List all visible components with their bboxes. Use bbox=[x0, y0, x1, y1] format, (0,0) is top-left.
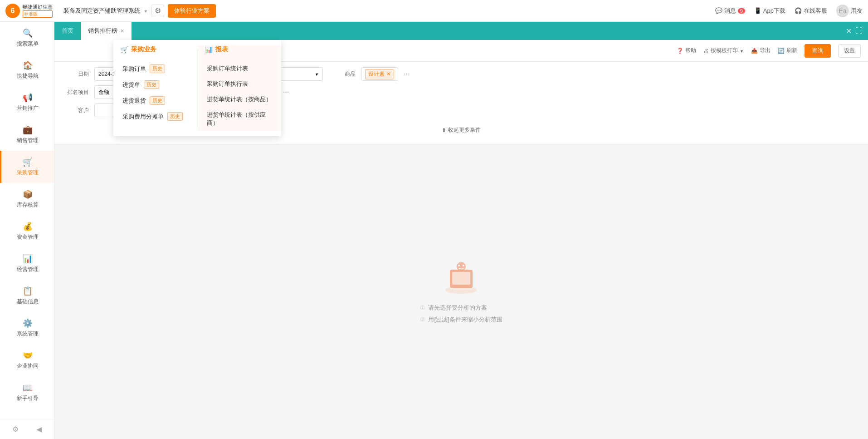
history-badge-0: 历史 bbox=[150, 64, 165, 73]
empty-illustration bbox=[439, 258, 484, 295]
empty-hint-1: ① 请先选择要分析的方案 bbox=[420, 302, 502, 314]
industry-button[interactable]: 体验行业方案 bbox=[168, 4, 216, 18]
online-service-button[interactable]: 🎧 在线客服 bbox=[795, 7, 827, 15]
tab-sales-rank[interactable]: 销售排行榜 ✕ bbox=[81, 22, 132, 40]
svg-point-5 bbox=[463, 265, 464, 266]
avatar: Ea bbox=[836, 5, 849, 17]
help-icon: ❓ bbox=[677, 48, 683, 54]
finance-icon: 💰 bbox=[23, 222, 33, 232]
purchase-section-icon: 🛒 bbox=[121, 46, 128, 53]
logo-text: 畅捷通好生意 bbox=[23, 4, 53, 10]
menu-item-report-order-exec[interactable]: 采购订单执行表 bbox=[205, 76, 274, 92]
logo-area: 6 畅捷通好生意 标准版 bbox=[5, 4, 60, 18]
content-area: 首页 销售排行榜 ✕ ✕ ⛶ ❓ 帮助 🖨 按模板打印 📤 bbox=[54, 22, 868, 439]
sidebar-item-marketing[interactable]: 📢 营销推广 bbox=[0, 86, 54, 118]
header-right: 💬 消息 9 📱 App下载 🎧 在线客服 Ea 用友 bbox=[715, 5, 863, 17]
sidebar-item-system[interactable]: ⚙️ 系统管理 bbox=[0, 312, 54, 344]
empty-hint-2: ② 用[过滤]条件来缩小分析范围 bbox=[420, 314, 502, 326]
export-icon: 📤 bbox=[751, 48, 758, 54]
menu-item-report-stock-supplier[interactable]: 进货单统计表（按供应商） bbox=[205, 107, 274, 131]
query-button[interactable]: 查询 bbox=[805, 44, 831, 58]
svg-point-3 bbox=[457, 262, 466, 271]
basic-icon: 📋 bbox=[23, 286, 33, 296]
guide-icon: 📖 bbox=[23, 383, 33, 393]
app-logo-icon: 6 bbox=[5, 4, 20, 18]
sidebar-item-nav[interactable]: 🏠 快捷导航 bbox=[0, 54, 54, 86]
collab-icon: 🤝 bbox=[23, 350, 33, 360]
sidebar-item-guide[interactable]: 📖 新手引导 bbox=[0, 376, 54, 409]
menu-item-report-stock-goods[interactable]: 进货单统计表（按商品） bbox=[205, 92, 274, 107]
message-button[interactable]: 💬 消息 9 bbox=[715, 7, 745, 15]
sidebar-item-operation[interactable]: 📊 经营管理 bbox=[0, 247, 54, 280]
sales-icon: 💼 bbox=[23, 125, 33, 135]
history-badge-1: 历史 bbox=[144, 80, 159, 89]
sidebar-item-basic[interactable]: 📋 基础信息 bbox=[0, 280, 54, 312]
print-dropdown-icon[interactable] bbox=[740, 48, 744, 54]
goods-label: 商品 bbox=[328, 70, 356, 78]
gear-button[interactable]: ⚙ bbox=[151, 5, 164, 17]
cart-icon: 🛒 bbox=[23, 157, 33, 167]
status-dropdown-icon bbox=[315, 71, 319, 77]
menu-item-report-order-stat[interactable]: 采购订单统计表 bbox=[205, 61, 274, 76]
empty-state: ① 请先选择要分析的方案 ② 用[过滤]条件来缩小分析范围 bbox=[54, 144, 868, 439]
menu-item-purchase-order[interactable]: 采购订单 历史 bbox=[121, 61, 190, 77]
message-icon: 💬 bbox=[715, 7, 722, 14]
system-title-area: 装备及固定资产辅助管理系统 ⚙ 体验行业方案 bbox=[63, 4, 715, 18]
sidebar-collapse-icon[interactable]: ◀ bbox=[36, 425, 42, 434]
sidebar-item-sales[interactable]: 💼 销售管理 bbox=[0, 118, 54, 151]
refresh-icon: 🔄 bbox=[778, 48, 785, 54]
tab-close-icon[interactable]: ✕ bbox=[120, 28, 124, 34]
purchase-section: 🛒 采购业务 采购订单 历史 进货单 历史 进货退货 历史 采购费用分摊单 bbox=[113, 45, 197, 131]
phone-icon: 📱 bbox=[754, 7, 761, 14]
export-button[interactable]: 📤 导出 bbox=[751, 47, 770, 54]
main-layout: 🔍 搜索菜单 🏠 快捷导航 📢 营销推广 💼 销售管理 🛒 采购管理 📦 库存核… bbox=[0, 22, 868, 439]
purchase-dropdown-menu: 🛒 采购业务 采购订单 历史 进货单 历史 进货退货 历史 采购费用分摊单 bbox=[113, 40, 281, 136]
svg-point-4 bbox=[458, 265, 460, 266]
user-button[interactable]: Ea 用友 bbox=[836, 5, 863, 17]
customer-label: 客户 bbox=[62, 107, 89, 114]
settings-button[interactable]: 设置 bbox=[838, 44, 861, 58]
top-header: 6 畅捷通好生意 标准版 装备及固定资产辅助管理系统 ⚙ 体验行业方案 💬 消息… bbox=[0, 0, 868, 22]
message-badge: 9 bbox=[738, 8, 745, 14]
home-icon: 🏠 bbox=[23, 60, 33, 70]
inventory-icon: 📦 bbox=[23, 189, 33, 199]
history-badge-3: 历史 bbox=[167, 112, 183, 121]
search-icon: 🔍 bbox=[23, 28, 33, 38]
sidebar-item-search[interactable]: 🔍 搜索菜单 bbox=[0, 22, 54, 54]
menu-item-purchase-expense[interactable]: 采购费用分摊单 历史 bbox=[121, 109, 190, 124]
date-label: 日期 bbox=[62, 70, 89, 78]
svg-rect-2 bbox=[452, 272, 470, 285]
headset-icon: 🎧 bbox=[795, 7, 802, 14]
goods-input[interactable]: 设计素 ✕ bbox=[361, 67, 398, 81]
print-icon: 🖨 bbox=[703, 48, 709, 54]
menu-item-return-goods[interactable]: 进货退货 历史 bbox=[121, 93, 190, 109]
refresh-button[interactable]: 🔄 刷新 bbox=[778, 47, 797, 54]
print-button[interactable]: 🖨 按模板打印 bbox=[703, 47, 744, 54]
report-section-title: 📊 报表 bbox=[205, 45, 274, 55]
system-title: 装备及固定资产辅助管理系统 bbox=[63, 7, 140, 15]
menu-item-stock-in[interactable]: 进货单 历史 bbox=[121, 77, 190, 93]
help-button[interactable]: ❓ 帮助 bbox=[677, 47, 696, 54]
operation-icon: 📊 bbox=[23, 254, 33, 264]
goods-more-icon[interactable]: ··· bbox=[404, 70, 410, 78]
history-badge-2: 历史 bbox=[150, 96, 165, 105]
system-title-dropdown[interactable] bbox=[144, 8, 148, 14]
tab-home[interactable]: 首页 bbox=[54, 22, 81, 40]
tab-close-window-icon[interactable]: ✕ bbox=[846, 27, 852, 35]
report-section: 📊 报表 采购订单统计表 采购订单执行表 进货单统计表（按商品） 进货单统计表（… bbox=[198, 45, 282, 131]
sidebar-item-purchase[interactable]: 🛒 采购管理 bbox=[0, 151, 54, 183]
tab-bar-actions: ✕ ⛶ bbox=[846, 27, 868, 35]
goods-tag: 设计素 ✕ bbox=[365, 69, 394, 79]
sidebar-item-collab[interactable]: 🤝 企业协同 bbox=[0, 344, 54, 376]
salesperson-more-icon[interactable]: ··· bbox=[283, 88, 289, 96]
system-icon: ⚙️ bbox=[23, 318, 33, 328]
collapse-button[interactable]: ⬆ 收起更多条件 bbox=[442, 123, 481, 137]
sidebar-item-inventory[interactable]: 📦 库存核算 bbox=[0, 183, 54, 215]
tab-maximize-icon[interactable]: ⛶ bbox=[855, 27, 863, 35]
goods-tag-close[interactable]: ✕ bbox=[386, 71, 391, 77]
sidebar: 🔍 搜索菜单 🏠 快捷导航 📢 营销推广 💼 销售管理 🛒 采购管理 📦 库存核… bbox=[0, 22, 54, 439]
app-download-button[interactable]: 📱 App下载 bbox=[754, 7, 785, 15]
sidebar-settings-icon[interactable]: ⚙ bbox=[12, 425, 19, 434]
purchase-section-title: 🛒 采购业务 bbox=[121, 45, 190, 55]
sidebar-item-finance[interactable]: 💰 资金管理 bbox=[0, 215, 54, 247]
